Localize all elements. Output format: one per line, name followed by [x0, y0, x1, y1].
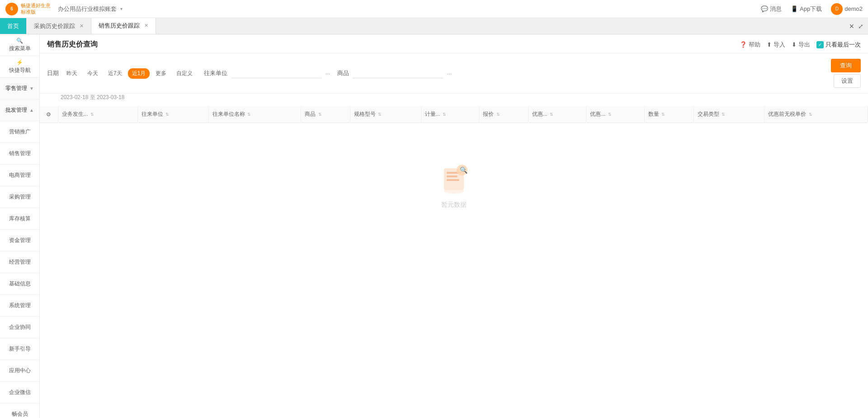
- export-button[interactable]: ⬇ 导出: [792, 41, 810, 49]
- sidebar-item-search[interactable]: 🔍 搜索菜单: [0, 34, 39, 56]
- table-settings-icon[interactable]: ⚙: [46, 111, 51, 118]
- date-btn-yesterday[interactable]: 昨天: [62, 68, 81, 79]
- user-nav[interactable]: D demo2: [831, 3, 863, 15]
- partner-filter-group: 往来单位 ···: [204, 68, 330, 78]
- sort-icon: ⇅: [496, 112, 500, 117]
- tab-sales-history[interactable]: 销售历史价跟踪 ✕: [91, 18, 156, 34]
- table-header-row: ⚙ 业务发生... ⇅ 往来单位 ⇅ 往来单位名称: [40, 106, 868, 123]
- search-icon: 🔍: [16, 38, 23, 44]
- date-btn-more[interactable]: 更多: [151, 68, 170, 79]
- expand-icon[interactable]: ⤢: [858, 23, 863, 30]
- sidebar-item-basics[interactable]: 基础信息: [0, 273, 39, 295]
- goods-input[interactable]: [353, 68, 443, 78]
- page-title: 销售历史价查询: [47, 40, 98, 49]
- settings-button[interactable]: 设置: [834, 74, 861, 88]
- th-unit[interactable]: 计量... ⇅: [421, 106, 479, 123]
- last-only-checkbox[interactable]: ✓ 只看最后一次: [816, 41, 861, 49]
- empty-icon: 🔍: [436, 159, 472, 195]
- import-icon: ⬆: [767, 41, 772, 48]
- sidebar-item-wholesale[interactable]: 批发管理 ▲: [0, 100, 39, 121]
- sort-icon: ⇅: [90, 112, 94, 117]
- sort-icon: ⇅: [661, 112, 665, 117]
- sidebar-item-purchase[interactable]: 采购管理: [0, 186, 39, 208]
- sort-icon: ⇅: [443, 112, 446, 117]
- sort-icon: ⇅: [165, 112, 169, 117]
- tab-purchase-history[interactable]: 采购历史价跟踪 ✕: [27, 18, 91, 34]
- th-goods[interactable]: 商品 ⇅: [301, 106, 350, 123]
- th-pretax-price[interactable]: 优惠前无税单价 ⇅: [764, 106, 868, 123]
- sidebar-item-wechat[interactable]: 企业微信: [0, 382, 39, 404]
- svg-rect-3: [447, 176, 458, 177]
- date-btn-7days[interactable]: 近7天: [104, 68, 126, 79]
- partner-dots[interactable]: ···: [325, 70, 330, 77]
- partner-input[interactable]: [231, 68, 321, 78]
- message-nav[interactable]: 💬 消息: [761, 5, 782, 13]
- date-filter-group: 日期 昨天 今天 近7天 近1月 更多 自定义: [47, 68, 197, 79]
- tab-close-purchase[interactable]: ✕: [80, 23, 84, 29]
- sidebar-item-sales-mgmt[interactable]: 销售管理: [0, 143, 39, 165]
- tab-close-sales[interactable]: ✕: [144, 23, 148, 28]
- page-header: 销售历史价查询 ❓ 帮助 ⬆ 导入 ⬇ 导出 ✓: [40, 34, 868, 53]
- dropdown-icon[interactable]: ▾: [120, 6, 123, 11]
- query-actions: 查询 设置: [831, 59, 861, 88]
- sort-icon: ⇅: [722, 112, 725, 117]
- sidebar-item-retail[interactable]: 零售管理 ▼: [0, 78, 39, 100]
- sort-icon: ⇅: [318, 112, 322, 117]
- sidebar-item-ecommerce[interactable]: 电商管理: [0, 165, 39, 186]
- th-settings[interactable]: ⚙: [40, 106, 58, 123]
- page-actions: ❓ 帮助 ⬆ 导入 ⬇ 导出 ✓ 只看最后一次: [740, 41, 861, 49]
- sidebar-item-system[interactable]: 系统管理: [0, 295, 39, 317]
- sidebar-item-operations[interactable]: 经营管理: [0, 252, 39, 273]
- th-spec[interactable]: 规格型号 ⇅: [350, 106, 421, 123]
- th-partner-code[interactable]: 往来单位 ⇅: [138, 106, 209, 123]
- date-btn-today[interactable]: 今天: [83, 68, 102, 79]
- sidebar-item-apps[interactable]: 应用中心: [0, 360, 39, 382]
- export-icon: ⬇: [792, 41, 797, 48]
- data-table: ⚙ 业务发生... ⇅ 往来单位 ⇅ 往来单位名称: [40, 106, 868, 123]
- top-header: 6 畅捷通好生意 标准版 办公用品行业模拟账套 ▾ 💬 消息 📱 App下载 D…: [0, 0, 868, 18]
- message-icon: 💬: [761, 5, 768, 12]
- th-biz-date[interactable]: 业务发生... ⇅: [58, 106, 138, 123]
- query-button[interactable]: 查询: [831, 59, 861, 72]
- logo-area: 6 畅捷通好生意 标准版: [5, 3, 51, 15]
- tab-bar-actions: ✕ ⤢: [844, 18, 868, 34]
- page-container: 销售历史价查询 ❓ 帮助 ⬆ 导入 ⬇ 导出 ✓: [40, 34, 868, 418]
- help-button[interactable]: ❓ 帮助: [740, 41, 760, 49]
- date-btn-1month[interactable]: 近1月: [128, 68, 150, 79]
- download-icon: 📱: [791, 5, 798, 12]
- table-container: ⚙ 业务发生... ⇅ 往来单位 ⇅ 往来单位名称: [40, 106, 868, 245]
- date-range-row: 2023-02-18 至 2023-03-18: [53, 94, 868, 106]
- sidebar-item-inventory[interactable]: 库存核算: [0, 208, 39, 230]
- date-btn-custom[interactable]: 自定义: [172, 68, 197, 79]
- empty-state: 🔍 暂元数据: [40, 123, 868, 245]
- goods-label: 商品: [337, 69, 349, 77]
- th-trade-type[interactable]: 交易类型 ⇅: [693, 106, 764, 123]
- th-partner-name[interactable]: 往来单位名称 ⇅: [208, 106, 301, 123]
- app-title: 办公用品行业模拟账套: [58, 5, 117, 13]
- th-discount2[interactable]: 优惠... ⇅: [586, 106, 645, 123]
- sidebar-item-guide[interactable]: 新手引导: [0, 338, 39, 360]
- sidebar-item-shortcuts[interactable]: ⚡ 快捷导航: [0, 56, 39, 78]
- logo-text: 畅捷通好生意 标准版: [21, 3, 51, 14]
- sidebar-item-marketing[interactable]: 营销推广: [0, 121, 39, 143]
- th-quote[interactable]: 报价 ⇅: [479, 106, 528, 123]
- date-range-text: 2023-02-18 至 2023-03-18: [61, 94, 124, 101]
- sidebar-item-finance[interactable]: 资金管理: [0, 230, 39, 252]
- sidebar-item-member[interactable]: 畅会员: [0, 404, 39, 418]
- sidebar: 🔍 搜索菜单 ⚡ 快捷导航 零售管理 ▼ 批发管理 ▲ 营销推广 销售管理 电商…: [0, 34, 40, 418]
- content-area: 销售历史价查询 ❓ 帮助 ⬆ 导入 ⬇ 导出 ✓: [40, 34, 868, 418]
- th-discount1[interactable]: 优惠... ⇅: [528, 106, 586, 123]
- app-download-nav[interactable]: 📱 App下载: [791, 5, 822, 13]
- close-tab-icon[interactable]: ✕: [849, 23, 854, 30]
- empty-text: 暂元数据: [441, 201, 467, 209]
- th-qty[interactable]: 数量 ⇅: [645, 106, 694, 123]
- goods-dots[interactable]: ···: [447, 70, 452, 77]
- import-button[interactable]: ⬆ 导入: [767, 41, 785, 49]
- filter-area: 日期 昨天 今天 近7天 近1月 更多 自定义 往来单位 ···: [40, 53, 868, 94]
- wholesale-arrow-icon: ▲: [29, 108, 34, 113]
- partner-label: 往来单位: [204, 69, 227, 77]
- tab-home[interactable]: 首页: [0, 18, 27, 34]
- retail-arrow-icon: ▼: [29, 86, 34, 91]
- sidebar-item-collab[interactable]: 企业协同: [0, 317, 39, 338]
- avatar: D: [831, 3, 843, 15]
